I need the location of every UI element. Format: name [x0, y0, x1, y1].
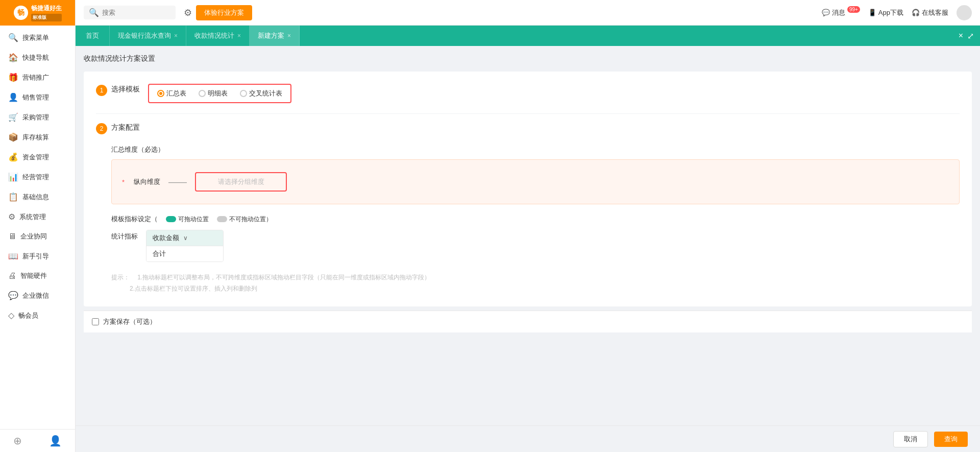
- sidebar-item-system[interactable]: ⚙ 系统管理: [0, 207, 75, 227]
- sidebar-item-enterprise[interactable]: 🖥 企业协同: [0, 227, 75, 246]
- footer-bar: 取消 查询: [76, 425, 980, 452]
- radio-cross[interactable]: 交叉统计表: [240, 89, 282, 98]
- tab-expand-icon[interactable]: ⤢: [967, 31, 974, 41]
- metrics-table-area: 统计指标 收款金额 ∨ 合计: [111, 230, 960, 262]
- sidebar-item-operations[interactable]: 📊 经营管理: [0, 167, 75, 187]
- sidebar-nav: 🔍 搜索菜单 🏠 快捷导航 🎁 营销推广 👤 销售管理 🛒 采购管理 📦: [0, 26, 75, 429]
- non-draggable-dot: [217, 216, 227, 222]
- tab-home[interactable]: 首页: [76, 26, 110, 46]
- radio-detail[interactable]: 明细表: [199, 89, 228, 98]
- tab-bank-flow-close[interactable]: ×: [174, 32, 178, 39]
- industry-btn[interactable]: 体验行业方案: [196, 5, 252, 20]
- topbar-center: ⚙ 体验行业方案: [184, 5, 814, 20]
- draggable-dot: [166, 216, 176, 222]
- section2-label: 方案配置: [111, 123, 140, 132]
- sidebar-item-finance[interactable]: 💰 资金管理: [0, 147, 75, 167]
- cancel-button[interactable]: 取消: [893, 431, 928, 447]
- sidebar-footer-icon-right[interactable]: 👤: [49, 435, 62, 447]
- tips-section: 提示： 1.拖动标题栏可以调整布局，不可跨维度或指标区域拖动栏目字段（只能在同一…: [111, 272, 960, 294]
- metrics-table: 收款金额 ∨ 合计: [146, 230, 224, 262]
- save-label: 方案保存（可选）: [103, 317, 156, 326]
- topbar-search-box[interactable]: 🔍: [84, 6, 176, 19]
- stats-label: 统计指标: [111, 230, 138, 262]
- main-area: 🔍 ⚙ 体验行业方案 💬 消息 99+ 📱 App下载 🎧: [76, 0, 980, 452]
- sidebar-item-inventory[interactable]: 📦 库存核算: [0, 127, 75, 147]
- sidebar-item-search-menu[interactable]: 🔍 搜索菜单: [0, 28, 75, 47]
- dim-arrow-icon: ——: [168, 177, 187, 187]
- radio-summary[interactable]: 汇总表: [157, 89, 186, 98]
- dim-select-box[interactable]: 请选择分组维度: [195, 172, 287, 192]
- metrics-table-header[interactable]: 收款金额 ∨: [146, 230, 223, 246]
- purchase-icon: 🛒: [8, 112, 18, 122]
- tab-bank-flow[interactable]: 现金银行流水查询 ×: [110, 26, 186, 46]
- dimension-area: * 纵向维度 —— 请选择分组维度: [111, 159, 960, 204]
- sidebar-item-basic-info[interactable]: 📋 基础信息: [0, 187, 75, 207]
- sidebar-footer: ⊕ 👤: [0, 429, 75, 452]
- tab-receipts-stat-close[interactable]: ×: [237, 32, 241, 39]
- system-icon: ⚙: [8, 212, 15, 222]
- sidebar-item-quick-nav[interactable]: 🏠 快捷导航: [0, 47, 75, 67]
- search-icon: 🔍: [89, 8, 99, 17]
- settings-card: 1 选择模板 汇总表 明细表 交叉统计表: [84, 72, 972, 306]
- message-icon: 💬: [822, 9, 830, 16]
- user-avatar[interactable]: [957, 5, 972, 20]
- save-checkbox[interactable]: [92, 318, 99, 325]
- online-service-icon: 🎧: [912, 9, 920, 16]
- page-title: 收款情况统计方案设置: [84, 54, 972, 63]
- quick-nav-icon: 🏠: [8, 53, 18, 62]
- metrics-label: 模板指标设定（: [111, 215, 158, 224]
- draggable-badge: 可拖动位置: [166, 215, 209, 224]
- section2-content: 汇总维度（必选） * 纵向维度 —— 请选择分组维度 模板指标设定（: [111, 145, 960, 294]
- radio-summary-circle: [157, 90, 164, 97]
- sidebar-item-hardware[interactable]: 🖨 智能硬件: [0, 266, 75, 286]
- tab-new-plan[interactable]: 新建方案 ×: [250, 26, 300, 46]
- metrics-table-row: 合计: [146, 246, 223, 261]
- content-area: 收款情况统计方案设置 1 选择模板 汇总表 明细表: [76, 46, 980, 425]
- sidebar-item-wechat[interactable]: 💬 企业微信: [0, 286, 75, 305]
- marketing-icon: 🎁: [8, 73, 18, 82]
- message-item[interactable]: 💬 消息 99+: [822, 8, 860, 17]
- online-service-item[interactable]: 🎧 在线客服: [912, 8, 948, 17]
- sales-icon: 👤: [8, 92, 18, 102]
- tab-new-plan-close[interactable]: ×: [287, 32, 291, 39]
- tip-text-2: 2.点击标题栏下拉可设置排序、插入列和删除列: [111, 283, 960, 295]
- summary-dim-label-row: 汇总维度（必选）: [111, 145, 960, 154]
- tip-prefix: 提示：: [111, 274, 136, 281]
- logo-icon: 畅: [14, 6, 28, 20]
- metrics-hint-row: 模板指标设定（ 可拖动位置 不可拖动位置）: [111, 215, 960, 224]
- sidebar-item-marketing[interactable]: 🎁 营销推广: [0, 67, 75, 87]
- topbar-right: 💬 消息 99+ 📱 App下载 🎧 在线客服: [822, 5, 972, 20]
- sidebar-item-sales[interactable]: 👤 销售管理: [0, 87, 75, 107]
- sidebar-item-member[interactable]: ◇ 畅会员: [0, 305, 75, 325]
- search-input[interactable]: [102, 9, 168, 16]
- search-menu-icon: 🔍: [8, 33, 18, 42]
- vertical-dim-label: 纵向维度: [134, 177, 160, 186]
- section1-num: 1: [96, 85, 107, 96]
- basic-info-icon: 📋: [8, 192, 18, 202]
- template-options: 汇总表 明细表 交叉统计表: [148, 84, 291, 103]
- member-icon: ◇: [8, 311, 14, 320]
- app-download-item[interactable]: 📱 App下载: [868, 8, 903, 17]
- inventory-icon: 📦: [8, 132, 18, 142]
- summary-dim-label: 汇总维度（必选）: [111, 146, 164, 153]
- tab-receipts-stat[interactable]: 收款情况统计 ×: [186, 26, 250, 46]
- finance-icon: 💰: [8, 152, 18, 162]
- tip-text-1: 提示： 1.拖动标题栏可以调整布局，不可跨维度或指标区域拖动栏目字段（只能在同一…: [111, 272, 960, 283]
- sidebar-footer-icon-left[interactable]: ⊕: [13, 435, 22, 447]
- newbie-icon: 📖: [8, 251, 18, 261]
- tab-minimize-icon[interactable]: ×: [959, 31, 963, 40]
- bottom-save-section: 方案保存（可选）: [84, 311, 972, 332]
- metrics-section: 模板指标设定（ 可拖动位置 不可拖动位置） 统计指标: [111, 215, 960, 262]
- sidebar-item-newbie[interactable]: 📖 新手引导: [0, 246, 75, 266]
- operations-icon: 📊: [8, 172, 18, 182]
- sidebar-item-purchase[interactable]: 🛒 采购管理: [0, 107, 75, 127]
- section1-row: 1 选择模板 汇总表 明细表 交叉统计表: [96, 84, 960, 103]
- app-download-icon: 📱: [868, 9, 876, 16]
- hardware-icon: 🖨: [8, 271, 16, 280]
- logo-text: 畅捷通好生 标准版: [31, 4, 62, 21]
- settings-icon[interactable]: ⚙: [184, 7, 192, 18]
- query-button[interactable]: 查询: [934, 432, 968, 447]
- radio-detail-circle: [199, 90, 206, 97]
- metrics-chevron-icon: ∨: [183, 234, 188, 242]
- radio-cross-circle: [240, 90, 247, 97]
